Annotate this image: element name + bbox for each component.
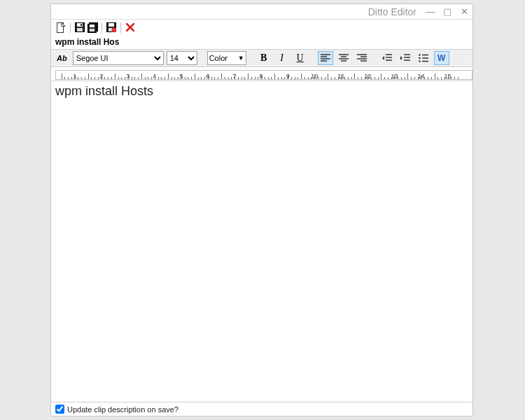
window-title: Ditto Editor (51, 6, 422, 18)
align-left-button[interactable] (318, 51, 333, 65)
save-close-button[interactable] (106, 22, 117, 33)
font-family-select[interactable]: Segoe UI (73, 51, 164, 65)
ruler[interactable]: 123456789101112131415 (51, 67, 472, 81)
window-controls: — ▢ ✕ (422, 4, 472, 20)
svg-rect-7 (90, 24, 94, 27)
editor-window: Ditto Editor — ▢ ✕ Ab Segoe UI (50, 4, 473, 416)
align-center-icon (339, 54, 349, 62)
update-description-checkbox[interactable] (55, 405, 64, 414)
update-description-label: Update clip description on save? (67, 405, 178, 414)
indent-button[interactable] (398, 51, 413, 65)
bullet-list-icon (419, 54, 428, 62)
minimize-button[interactable]: — (422, 4, 439, 20)
svg-point-33 (419, 57, 421, 59)
underline-button[interactable]: U (293, 51, 308, 65)
new-button[interactable] (55, 22, 66, 33)
svg-point-35 (419, 60, 421, 62)
separator (102, 22, 102, 33)
maximize-button[interactable]: ▢ (439, 4, 456, 20)
align-right-icon (357, 54, 367, 62)
save-close-icon (106, 22, 116, 32)
save-button[interactable] (74, 22, 85, 33)
close-clip-button[interactable] (125, 22, 136, 33)
indent-icon (400, 54, 410, 62)
outdent-button[interactable] (379, 51, 395, 65)
save-all-button[interactable] (87, 22, 98, 33)
svg-rect-10 (108, 23, 114, 27)
new-file-icon (57, 22, 66, 33)
italic-button[interactable]: I (274, 51, 290, 65)
outdent-icon (382, 54, 392, 62)
dropdown-arrow-icon: ▼ (238, 55, 244, 62)
color-label: Color (209, 54, 227, 62)
svg-point-31 (419, 54, 421, 56)
titlebar: Ditto Editor — ▢ ✕ (51, 4, 472, 20)
font-size-select[interactable]: 14 (167, 51, 197, 65)
close-x-icon (126, 23, 134, 31)
footer: Update clip description on save? (51, 402, 472, 416)
ruler-track: 123456789101112131415 (55, 70, 472, 80)
word-wrap-button[interactable]: W (434, 51, 449, 65)
svg-rect-3 (80, 24, 82, 26)
color-select[interactable]: Color ▼ (207, 51, 246, 65)
svg-rect-8 (90, 29, 94, 31)
svg-rect-4 (77, 28, 83, 31)
align-center-button[interactable] (336, 51, 351, 65)
text-editor[interactable]: wpm install Hosts (51, 81, 472, 402)
align-left-icon (321, 54, 330, 62)
file-toolbar (51, 20, 472, 35)
separator (120, 22, 121, 33)
align-right-button[interactable] (354, 51, 370, 65)
close-button[interactable]: ✕ (456, 4, 472, 20)
clip-name-input[interactable] (55, 37, 468, 47)
format-toolbar: Ab Segoe UI 14 Color ▼ B I U (51, 49, 472, 67)
bullet-list-button[interactable] (416, 51, 431, 65)
save-icon (75, 22, 85, 32)
font-label-icon: Ab (54, 54, 70, 62)
save-all-icon (88, 22, 98, 33)
bold-button[interactable]: B (256, 51, 272, 65)
clip-name-row (51, 35, 472, 49)
separator (70, 22, 71, 33)
